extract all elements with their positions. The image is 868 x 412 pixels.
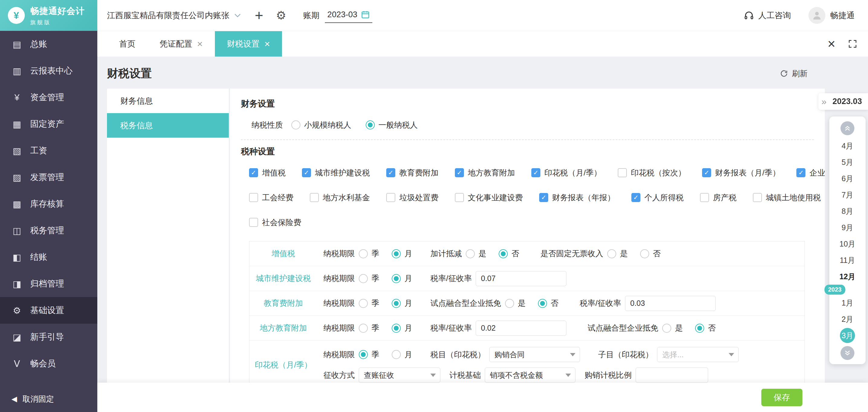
- month-item[interactable]: 6月: [829, 170, 866, 187]
- checkbox-icon[interactable]: [249, 193, 258, 202]
- radio-yes[interactable]: 是: [607, 248, 628, 259]
- collection-method-select[interactable]: 查账征收: [359, 367, 440, 383]
- subnav-item-tax-info[interactable]: 税务信息: [107, 113, 229, 138]
- close-icon[interactable]: ×: [265, 39, 270, 49]
- accounting-period-picker[interactable]: 2023-03: [325, 8, 372, 23]
- month-item[interactable]: 10月: [829, 236, 866, 252]
- checkbox-urban-land-use-tax[interactable]: 城镇土地使用税: [753, 193, 821, 203]
- checkbox-stamp-tax-monthly[interactable]: 印花税（月/季）: [531, 168, 601, 178]
- refresh-button[interactable]: 刷新: [780, 68, 808, 79]
- sidebar-item-invoices[interactable]: ▨发票管理: [0, 164, 97, 190]
- radio-quarter[interactable]: 季: [359, 298, 379, 308]
- radio-yes[interactable]: 是: [662, 323, 683, 333]
- add-account-set-button[interactable]: +: [255, 9, 263, 22]
- checkbox-education-surcharge[interactable]: 教育费附加: [386, 168, 438, 178]
- checkbox-icon[interactable]: [455, 193, 464, 202]
- row-title-urban[interactable]: 城市维护建设税: [249, 273, 317, 284]
- radio-quarter[interactable]: 季: [359, 273, 379, 284]
- checkbox-icon[interactable]: [455, 168, 464, 177]
- month-item[interactable]: 5月: [829, 154, 866, 170]
- subnav-item-finance-info[interactable]: 财务信息: [107, 89, 229, 113]
- checkbox-icon[interactable]: [249, 168, 258, 177]
- row-title-stamp-tax[interactable]: 印花税（月/季）: [249, 360, 317, 370]
- checkbox-vat[interactable]: 增值税: [249, 168, 286, 178]
- scroll-up-button[interactable]: [840, 121, 855, 135]
- radio-month[interactable]: 月: [392, 298, 412, 308]
- sidebar-item-archive[interactable]: ◨归档管理: [0, 270, 97, 297]
- radio-icon[interactable]: [291, 120, 301, 129]
- checkbox-icon[interactable]: [618, 168, 627, 177]
- month-item[interactable]: 12月: [829, 268, 866, 285]
- checkbox-icon[interactable]: [753, 193, 762, 202]
- checkbox-corporate-income-tax[interactable]: 企业所得税: [796, 168, 825, 178]
- radio-general-taxpayer[interactable]: 一般纳税人: [366, 120, 418, 130]
- sidebar-item-tax-management[interactable]: ◫税务管理: [0, 217, 97, 244]
- checkbox-icon[interactable]: [386, 168, 395, 177]
- sidebar-item-fixed-assets[interactable]: ▦固定资产: [0, 111, 97, 137]
- checkbox-icon[interactable]: [386, 193, 395, 202]
- radio-month[interactable]: 月: [392, 248, 412, 259]
- month-item[interactable]: 11月: [829, 252, 866, 268]
- support-button[interactable]: 人工咨询: [744, 10, 791, 21]
- close-icon[interactable]: ×: [828, 37, 835, 51]
- tab-home[interactable]: 首页: [107, 31, 148, 57]
- checkbox-union-funds[interactable]: 工会经费: [249, 193, 293, 203]
- radio-no[interactable]: 否: [695, 323, 716, 333]
- company-selector[interactable]: 江西服宝精品有限责任公司内账张: [107, 10, 241, 21]
- radio-quarter[interactable]: 季: [359, 349, 379, 360]
- row-title-local-education[interactable]: 地方教育附加: [249, 323, 317, 333]
- close-icon[interactable]: ×: [197, 39, 203, 49]
- checkbox-financial-statements-monthly[interactable]: 财务报表（月/季）: [702, 168, 780, 178]
- rate-input[interactable]: [625, 296, 716, 311]
- checkbox-icon[interactable]: [249, 218, 258, 227]
- radio-yes[interactable]: 是: [466, 248, 486, 259]
- row-title-education[interactable]: 教育费附加: [249, 298, 317, 308]
- fullscreen-icon[interactable]: [848, 39, 857, 49]
- tax-item-select[interactable]: 购销合同: [489, 347, 580, 362]
- checkbox-financial-statements-annual[interactable]: 财务报表（年报）: [539, 193, 615, 203]
- checkbox-stamp-tax-per-time[interactable]: 印花税（按次）: [618, 168, 686, 178]
- checkbox-urban-construction-tax[interactable]: 城市维护建设税: [302, 168, 370, 178]
- radio-icon[interactable]: [366, 120, 375, 129]
- month-item[interactable]: 1月: [829, 295, 866, 311]
- radio-no[interactable]: 否: [499, 248, 519, 259]
- sidebar-item-closing[interactable]: ◧结账: [0, 244, 97, 270]
- radio-month[interactable]: 月: [392, 323, 412, 333]
- checkbox-icon[interactable]: [539, 193, 548, 202]
- checkbox-social-insurance[interactable]: 社会保险费: [249, 217, 301, 228]
- unpin-button[interactable]: ◀ 取消固定: [0, 386, 97, 412]
- checkbox-personal-income-tax[interactable]: 个人所得税: [631, 193, 684, 203]
- month-item[interactable]: 2月: [829, 311, 866, 327]
- sidebar-item-general-ledger[interactable]: ▤总账: [0, 31, 97, 57]
- radio-quarter[interactable]: 季: [359, 248, 379, 259]
- row-title-vat[interactable]: 增值税: [249, 248, 317, 259]
- rate-input[interactable]: [476, 321, 566, 336]
- tax-basis-select[interactable]: 销项不含税金额: [485, 367, 576, 383]
- month-item[interactable]: 8月: [829, 203, 866, 219]
- checkbox-icon[interactable]: [702, 168, 711, 177]
- radio-no[interactable]: 否: [640, 248, 661, 259]
- chevrons-right-icon[interactable]: »: [818, 93, 829, 110]
- scroll-down-button[interactable]: [840, 346, 855, 360]
- sidebar-item-inventory[interactable]: ▩库存核算: [0, 190, 97, 217]
- checkbox-icon[interactable]: [531, 168, 540, 177]
- ratio-input[interactable]: [636, 367, 708, 383]
- sidebar-item-basic-settings[interactable]: ⚙基础设置: [0, 297, 97, 324]
- radio-no[interactable]: 否: [538, 298, 559, 308]
- tax-sub-select[interactable]: 选择...: [657, 347, 739, 362]
- month-item[interactable]: 7月: [829, 187, 866, 203]
- gear-icon[interactable]: ⚙: [276, 10, 286, 21]
- month-item-selected[interactable]: 3月: [829, 327, 866, 344]
- save-button[interactable]: 保存: [761, 389, 802, 406]
- sidebar-item-salary[interactable]: ▧工资: [0, 137, 97, 164]
- checkbox-icon[interactable]: [700, 193, 709, 202]
- rate-input[interactable]: [476, 271, 566, 286]
- checkbox-icon[interactable]: [302, 168, 311, 177]
- checkbox-property-tax[interactable]: 房产税: [700, 193, 737, 203]
- checkbox-local-education-surcharge[interactable]: 地方教育附加: [455, 168, 515, 178]
- sidebar-item-cloud-reports[interactable]: ▥云报表中心: [0, 57, 97, 84]
- radio-yes[interactable]: 是: [505, 298, 526, 308]
- tab-fiscal-tax-settings[interactable]: 财税设置 ×: [215, 31, 282, 57]
- radio-small-scale-taxpayer[interactable]: 小规模纳税人: [291, 120, 351, 130]
- sidebar-item-funds[interactable]: ¥资金管理: [0, 84, 97, 111]
